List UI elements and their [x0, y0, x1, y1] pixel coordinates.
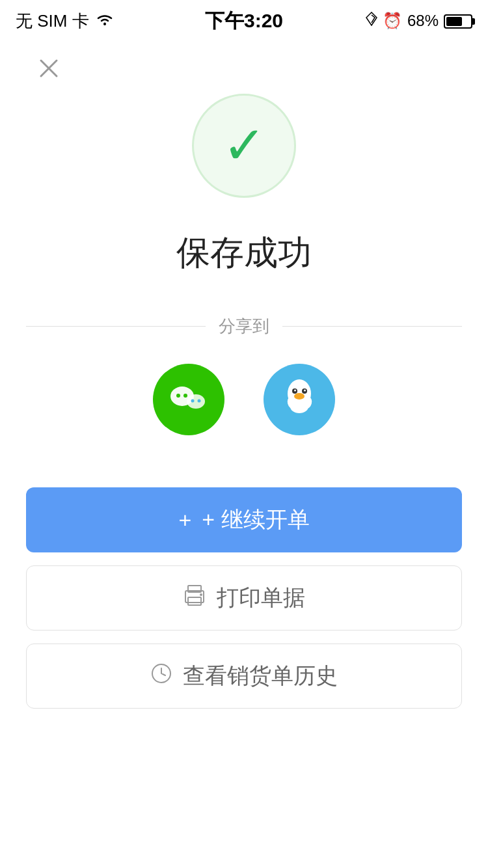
status-left: 无 SIM 卡 [16, 10, 114, 33]
svg-point-5 [176, 394, 180, 398]
continue-button[interactable]: + + 继续开单 [26, 487, 462, 552]
battery-icon [444, 12, 472, 30]
qq-share-button[interactable] [264, 364, 335, 435]
close-button[interactable] [33, 52, 65, 85]
svg-point-8 [197, 399, 200, 402]
print-icon [183, 584, 206, 612]
battery-text: 68% [407, 12, 439, 30]
share-label: 分享到 [206, 315, 282, 338]
svg-point-7 [191, 399, 194, 402]
print-button[interactable]: 打印单据 [26, 565, 462, 631]
history-icon [150, 662, 172, 690]
print-label: 打印单据 [217, 583, 305, 613]
continue-icon: + [178, 508, 191, 533]
wifi-icon [96, 11, 114, 31]
continue-label: + 继续开单 [202, 505, 309, 535]
success-title: 保存成功 [176, 230, 312, 276]
status-bar: 无 SIM 卡 下午3:20 ⏰ 68% [0, 0, 488, 42]
location-icon [366, 12, 377, 30]
action-buttons: + + 继续开单 打印单据 查看销货单历 [0, 487, 488, 709]
history-button[interactable]: 查看销货单历史 [26, 644, 462, 709]
history-label: 查看销货单历史 [183, 661, 338, 691]
main-content: ✓ 保存成功 分享到 [0, 42, 488, 709]
svg-point-21 [200, 593, 202, 596]
share-divider: 分享到 [26, 315, 462, 338]
share-icons [26, 364, 462, 435]
svg-point-13 [304, 390, 306, 392]
carrier-text: 无 SIM 卡 [16, 10, 89, 33]
svg-point-0 [103, 23, 106, 25]
svg-point-6 [183, 394, 187, 398]
alarm-icon: ⏰ [383, 12, 402, 30]
wechat-share-button[interactable] [153, 364, 224, 435]
svg-rect-20 [188, 597, 201, 605]
checkmark-icon: ✓ [223, 120, 266, 172]
status-time: 下午3:20 [205, 8, 283, 34]
svg-point-14 [294, 393, 305, 400]
svg-point-12 [294, 390, 296, 392]
svg-point-4 [187, 394, 205, 409]
share-section: 分享到 [0, 315, 488, 435]
success-circle: ✓ [192, 94, 296, 198]
status-right: ⏰ 68% [366, 12, 472, 30]
